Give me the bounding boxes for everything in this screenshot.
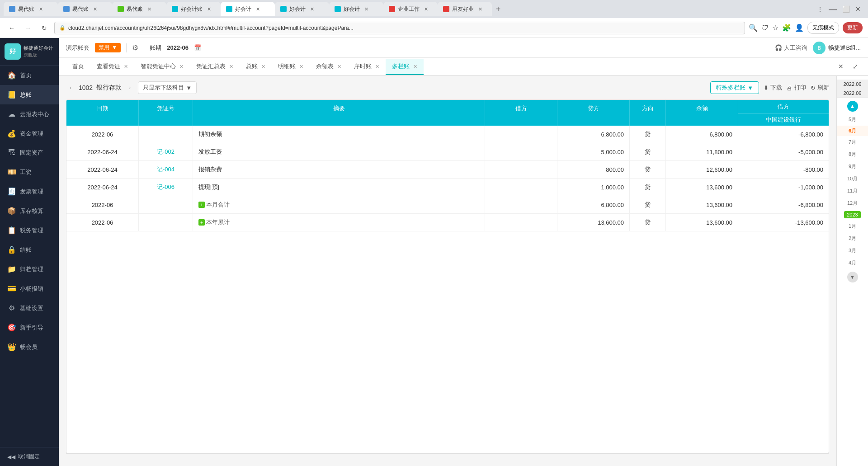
settings-gear-button[interactable]: ⚙: [132, 43, 138, 52]
tab-close-1[interactable]: ✕: [39, 6, 43, 12]
profile-icon[interactable]: 👤: [795, 24, 804, 32]
month-2[interactable]: 2月: [849, 232, 856, 245]
reload-button[interactable]: ↻: [38, 22, 51, 34]
tab-detail-ledger-close[interactable]: ✕: [299, 64, 303, 70]
sidebar-item-home[interactable]: 🏠 首页: [0, 66, 59, 85]
tab-close-4[interactable]: ✕: [207, 6, 211, 12]
maximize-button[interactable]: ⬜: [842, 5, 850, 13]
sidebar-item-assets[interactable]: 🏗 固定资产: [0, 143, 59, 162]
sidebar-item-funds[interactable]: 💰 资金管理: [0, 124, 59, 143]
browser-tab-3[interactable]: 易代账 ✕: [112, 2, 166, 16]
tab-smart-voucher-close[interactable]: ✕: [179, 64, 184, 70]
voucher-link-1[interactable]: 记-002: [157, 148, 175, 156]
horizontal-scrollbar[interactable]: [66, 453, 829, 461]
month-12[interactable]: 12月: [847, 197, 858, 209]
tab-close-6[interactable]: ✕: [310, 6, 314, 12]
account-nav-next[interactable]: ›: [125, 83, 134, 92]
filter-dropdown-button[interactable]: 只显示下级科目 ▼: [138, 81, 197, 94]
tab-list-button[interactable]: ⋮: [817, 5, 823, 13]
browser-tab-8[interactable]: 企业工作 ✕: [383, 2, 438, 16]
extension-icon[interactable]: 🧩: [782, 24, 791, 32]
tab-close-panel-button[interactable]: ✕: [835, 61, 846, 72]
tab-close-2[interactable]: ✕: [93, 6, 97, 12]
voucher-link-3[interactable]: 记-006: [157, 183, 175, 191]
tab-close-7[interactable]: ✕: [364, 6, 368, 12]
sidebar-item-ledger[interactable]: 📒 总账: [0, 85, 59, 104]
browser-tab-6[interactable]: 好会计 ✕: [275, 2, 329, 16]
tab-sequence-ledger-close[interactable]: ✕: [375, 64, 379, 70]
month-5[interactable]: 5月: [849, 113, 856, 126]
browser-tab-2[interactable]: 易代账 ✕: [58, 2, 112, 16]
month-10[interactable]: 10月: [847, 173, 858, 185]
voucher-link-2[interactable]: 记-004: [157, 165, 175, 174]
special-multi-col-button[interactable]: 特殊多栏账 ▼: [710, 81, 759, 94]
tab-balance-table-close[interactable]: ✕: [337, 64, 341, 70]
browser-tab-4[interactable]: 好会计账 ✕: [166, 2, 221, 16]
download-button[interactable]: ⬇ 下载: [764, 84, 782, 92]
tab-detail-ledger[interactable]: 明细账 ✕: [272, 59, 310, 75]
tab-close-9[interactable]: ✕: [478, 6, 482, 12]
month-3[interactable]: 3月: [849, 245, 856, 257]
sidebar-item-reports[interactable]: ☁ 云报表中心: [0, 104, 59, 124]
refresh-icon: ↻: [811, 85, 816, 91]
month-9[interactable]: 9月: [849, 160, 856, 173]
tab-close-3[interactable]: ✕: [147, 6, 151, 12]
pin-button[interactable]: ◀◀ 取消固定: [0, 447, 59, 466]
month-4[interactable]: 4月: [849, 257, 856, 269]
incognito-button[interactable]: 无痕模式: [807, 22, 839, 34]
tab-close-8[interactable]: ✕: [424, 6, 428, 12]
month-6-active[interactable]: 6月: [837, 126, 868, 136]
browser-tab-7[interactable]: 好会计 ✕: [329, 2, 383, 16]
forward-button[interactable]: →: [22, 22, 34, 34]
account-nav-prev[interactable]: ‹: [66, 83, 75, 92]
sidebar-item-archive[interactable]: 📁 归档管理: [0, 259, 59, 279]
tab-close-5[interactable]: ✕: [256, 6, 260, 12]
bookmark-icon[interactable]: ☆: [772, 24, 778, 32]
browser-tab-9[interactable]: 用友好业 ✕: [438, 2, 492, 16]
month-8[interactable]: 8月: [849, 148, 856, 160]
sidebar-item-salary[interactable]: 💴 工资: [0, 162, 59, 182]
refresh-button[interactable]: ↻ 刷新: [811, 84, 829, 92]
tab-voucher-view[interactable]: 查看凭证 ✕: [90, 59, 134, 75]
calendar-icon[interactable]: 📅: [194, 44, 201, 51]
badge-dropdown-icon[interactable]: ▼: [112, 44, 117, 51]
tab-general-ledger-close[interactable]: ✕: [261, 64, 265, 70]
minimize-button[interactable]: —: [829, 5, 837, 14]
browser-tab-5[interactable]: 好会计 ✕: [221, 2, 275, 16]
close-window-button[interactable]: ✕: [855, 5, 861, 13]
shield-icon[interactable]: 🛡: [761, 24, 769, 32]
search-icon[interactable]: 🔍: [749, 24, 758, 32]
user-avatar[interactable]: B: [813, 42, 826, 54]
month-11[interactable]: 11月: [847, 185, 858, 197]
tab-smart-voucher[interactable]: 智能凭证中心 ✕: [134, 59, 190, 75]
new-tab-button[interactable]: +: [492, 3, 505, 15]
tab-expand-button[interactable]: ⤢: [850, 61, 861, 72]
sidebar-item-settings[interactable]: ⚙ 基础设置: [0, 298, 59, 318]
sidebar-item-vip[interactable]: 👑 畅会员: [0, 337, 59, 357]
tab-voucher-summary-close[interactable]: ✕: [229, 64, 233, 70]
tab-sequence-ledger[interactable]: 序时账 ✕: [348, 59, 386, 75]
sidebar-item-guide[interactable]: 🎯 新手引导: [0, 318, 59, 337]
month-7[interactable]: 7月: [849, 136, 856, 148]
back-button[interactable]: ←: [5, 22, 18, 34]
sidebar-item-closing[interactable]: 🔒 结账: [0, 240, 59, 259]
address-bar[interactable]: 🔒 cloud2.chanjet.com/accounting/uh26t264…: [54, 22, 745, 34]
browser-tab-1[interactable]: 易代账 ✕: [4, 2, 58, 16]
tab-general-ledger[interactable]: 总账 ✕: [240, 59, 272, 75]
print-button[interactable]: 🖨 打印: [787, 84, 806, 92]
month-1[interactable]: 1月: [849, 220, 856, 232]
scroll-down-button[interactable]: ▼: [847, 272, 858, 282]
tab-voucher-summary[interactable]: 凭证汇总表 ✕: [190, 59, 240, 75]
tab-voucher-view-close[interactable]: ✕: [124, 64, 128, 70]
update-button[interactable]: 更新: [843, 22, 863, 33]
tab-multi-col-ledger-close[interactable]: ✕: [413, 64, 417, 70]
sidebar-item-invoice[interactable]: 🧾 发票管理: [0, 182, 59, 201]
tab-multi-col-ledger[interactable]: 多栏账 ✕: [386, 59, 424, 75]
scroll-up-button[interactable]: ▲: [847, 101, 858, 112]
tab-balance-table[interactable]: 余额表 ✕: [310, 59, 348, 75]
sidebar-item-expense[interactable]: 💳 小畅报销: [0, 279, 59, 298]
sidebar-item-inventory[interactable]: 📦 库存核算: [0, 201, 59, 221]
tab-home[interactable]: 首页: [66, 59, 90, 75]
sidebar-item-tax[interactable]: 📋 税务管理: [0, 221, 59, 240]
service-button[interactable]: 🎧 人工咨询: [775, 44, 807, 52]
